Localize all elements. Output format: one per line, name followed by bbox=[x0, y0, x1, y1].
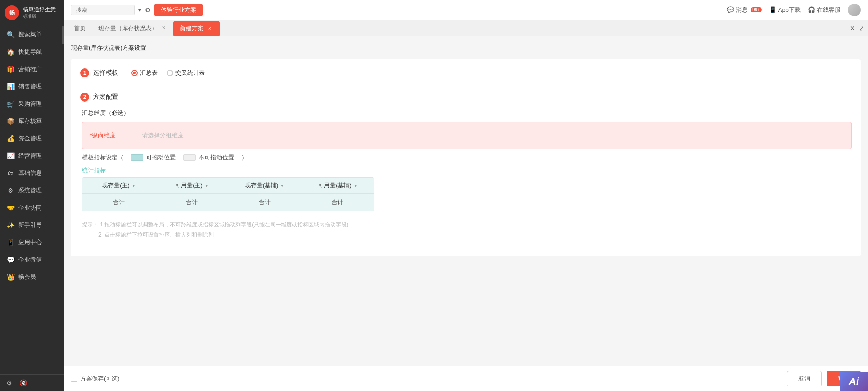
sidebar-item-guide[interactable]: ✨ 新手引导 bbox=[0, 216, 64, 234]
phone-icon: 📱 bbox=[6, 238, 15, 247]
home-icon: 🏠 bbox=[6, 48, 15, 56]
sidebar-item-search[interactable]: 🔍 搜索菜单 bbox=[0, 26, 64, 43]
settings-footer-icon[interactable]: ⚙ bbox=[6, 379, 12, 386]
sidebar-item-sales[interactable]: 📊 销售管理 bbox=[0, 78, 64, 95]
online-service-btn[interactable]: 🎧 在线客服 bbox=[808, 6, 841, 14]
trend-icon: 📈 bbox=[6, 152, 15, 160]
radio-summary[interactable]: 汇总表 bbox=[131, 69, 158, 77]
tab-inventory-status[interactable]: 现存量（库存状况表） ✕ bbox=[92, 21, 173, 35]
stats-col-header-2[interactable]: 现存量(基辅) ▾ bbox=[228, 178, 301, 194]
stats-col-header-0[interactable]: 现存量(主) ▾ bbox=[82, 178, 155, 194]
sidebar-label-guide: 新手引导 bbox=[18, 221, 42, 229]
sidebar-label-purchase: 采购管理 bbox=[18, 100, 42, 108]
sidebar-item-system[interactable]: ⚙ 系统管理 bbox=[0, 182, 64, 199]
stats-col-0: 现存量(主) ▾ 合计 bbox=[82, 178, 155, 211]
stats-col-header-3[interactable]: 可用量(基辅) ▾ bbox=[301, 178, 374, 194]
tab-new-plan-label: 新建方案 bbox=[180, 24, 204, 32]
fixed-legend-box bbox=[183, 154, 196, 161]
chat-icon: 💬 bbox=[6, 256, 15, 264]
online-service-label: 在线客服 bbox=[817, 6, 841, 14]
star-icon: ✨ bbox=[6, 221, 15, 229]
step1-badge: 1 bbox=[80, 68, 89, 77]
stats-col-1-dropdown[interactable]: ▾ bbox=[205, 183, 208, 189]
sidebar-item-purchase[interactable]: 🛒 采购管理 bbox=[0, 95, 64, 113]
money-icon: 💰 bbox=[6, 134, 15, 143]
radio-cross-label: 交叉统计表 bbox=[175, 69, 205, 77]
stats-col-0-dropdown[interactable]: ▾ bbox=[133, 183, 135, 189]
save-checkbox-label: 方案保存(可选) bbox=[80, 375, 120, 383]
radio-summary-label: 汇总表 bbox=[140, 69, 158, 77]
tips-box: 提示： 1.拖动标题栏可以调整布局，不可跨维度或指标区域拖动列字段(只能在同一维… bbox=[82, 220, 852, 240]
stats-col-1-cell: 合计 bbox=[155, 194, 228, 211]
sidebar-item-base-info[interactable]: 🗂 基础信息 bbox=[0, 165, 64, 182]
save-checkbox[interactable]: 方案保存(可选) bbox=[71, 375, 120, 383]
cancel-button[interactable]: 取消 bbox=[787, 371, 822, 386]
stats-col-3: 可用量(基辅) ▾ 合计 bbox=[301, 178, 374, 211]
sidebar-label-wechat: 企业微信 bbox=[18, 256, 42, 264]
topbar-dropdown-icon[interactable]: ▾ bbox=[138, 7, 141, 13]
crown-icon: 👑 bbox=[6, 273, 15, 281]
sidebar-item-wechat[interactable]: 💬 企业微信 bbox=[0, 251, 64, 268]
radio-cross-circle bbox=[167, 70, 173, 76]
sidebar-item-finance[interactable]: 💰 资金管理 bbox=[0, 130, 64, 147]
save-checkbox-box[interactable] bbox=[71, 376, 77, 382]
form-footer: 方案保存(可选) 取消 查询 bbox=[64, 366, 868, 391]
tab-new-plan[interactable]: 新建方案 ✕ bbox=[173, 21, 220, 36]
stats-col-0-cell: 合计 bbox=[82, 194, 155, 211]
chart-icon: 📊 bbox=[6, 82, 15, 91]
step1-title: 选择模板 bbox=[93, 69, 118, 77]
sidebar-label-cooperation: 企业协同 bbox=[18, 204, 42, 212]
tip1-text: 1.拖动标题栏可以调整布局，不可跨维度或指标区域拖动列字段(只能在同一维度或指标… bbox=[100, 221, 348, 228]
sidebar-footer: ⚙ 🔇 bbox=[0, 374, 64, 391]
message-btn[interactable]: 💬 消息 99+ bbox=[727, 6, 762, 14]
tabs-right-controls: ✕ ⤢ bbox=[850, 25, 864, 32]
main-wrapper: ▾ ⚙ 体验行业方案 💬 消息 99+ 📱 App下载 🎧 在线客服 首页 bbox=[64, 0, 868, 391]
sidebar-item-quick-nav[interactable]: 🏠 快捷导航 bbox=[0, 43, 64, 61]
dimension-title: 汇总维度（必选） bbox=[82, 109, 852, 117]
topbar-gear-icon[interactable]: ⚙ bbox=[145, 6, 151, 14]
brand-name: 畅康通好生意 bbox=[23, 6, 56, 14]
bag-icon: 🛒 bbox=[6, 100, 15, 108]
sidebar-item-operations[interactable]: 📈 经营管理 bbox=[0, 147, 64, 165]
sidebar-label-system: 系统管理 bbox=[18, 186, 42, 195]
stats-col-3-dropdown[interactable]: ▾ bbox=[354, 183, 357, 189]
trial-btn[interactable]: 体验行业方案 bbox=[154, 4, 203, 16]
app-download-btn[interactable]: 📱 App下载 bbox=[769, 6, 801, 14]
sidebar-label-operations: 经营管理 bbox=[18, 152, 42, 160]
stats-section: 统计指标 现存量(主) ▾ 合计 bbox=[82, 166, 852, 213]
sidebar-item-cooperation[interactable]: 🤝 企业协同 bbox=[0, 199, 64, 216]
audio-footer-icon[interactable]: 🔇 bbox=[20, 379, 27, 386]
topbar-search-input[interactable] bbox=[71, 5, 135, 15]
sidebar-label-finance: 资金管理 bbox=[18, 134, 42, 143]
tab-home-label: 首页 bbox=[74, 24, 86, 32]
brand-header: 畅 畅康通好生意 标准版 bbox=[0, 0, 64, 26]
stats-col-2-label: 现存量(基辅) bbox=[245, 181, 279, 190]
stats-col-2-dropdown[interactable]: ▾ bbox=[281, 183, 284, 189]
ai-badge[interactable]: Ai bbox=[840, 372, 868, 391]
close-panel-icon[interactable]: ✕ bbox=[850, 25, 855, 32]
step2-badge: 2 bbox=[80, 93, 89, 102]
radio-cross[interactable]: 交叉统计表 bbox=[167, 69, 205, 77]
tab-inventory-status-close[interactable]: ✕ bbox=[160, 25, 167, 31]
stats-col-header-1[interactable]: 可用量(主) ▾ bbox=[155, 178, 228, 194]
dimension-required-label: *纵向维度 bbox=[90, 131, 116, 139]
tab-home[interactable]: 首页 bbox=[67, 21, 92, 35]
handshake-icon: 🤝 bbox=[6, 204, 15, 212]
folder-icon: 🗂 bbox=[6, 169, 15, 177]
user-avatar[interactable] bbox=[848, 4, 861, 16]
stats-col-1-label: 可用量(主) bbox=[175, 181, 203, 190]
divider-1 bbox=[80, 85, 852, 85]
dimension-box[interactable]: *纵向维度 —— 请选择分组维度 bbox=[82, 122, 852, 149]
fixed-legend: 不可拖动位置 bbox=[183, 154, 234, 162]
step2-header: 2 方案配置 bbox=[80, 93, 852, 102]
dimension-dash: —— bbox=[123, 132, 135, 139]
sidebar-item-app-center[interactable]: 📱 应用中心 bbox=[0, 234, 64, 251]
expand-icon[interactable]: ⤢ bbox=[859, 25, 864, 32]
tab-new-plan-close[interactable]: ✕ bbox=[206, 25, 213, 31]
topbar: ▾ ⚙ 体验行业方案 💬 消息 99+ 📱 App下载 🎧 在线客服 bbox=[64, 0, 868, 20]
message-icon: 💬 bbox=[727, 6, 734, 13]
sidebar-item-inventory[interactable]: 📦 库存核算 bbox=[0, 113, 64, 130]
template-radio-group: 汇总表 交叉统计表 bbox=[131, 69, 205, 77]
sidebar-item-vip[interactable]: 👑 畅会员 bbox=[0, 268, 64, 286]
sidebar-item-marketing[interactable]: 🎁 营销推广 bbox=[0, 61, 64, 78]
